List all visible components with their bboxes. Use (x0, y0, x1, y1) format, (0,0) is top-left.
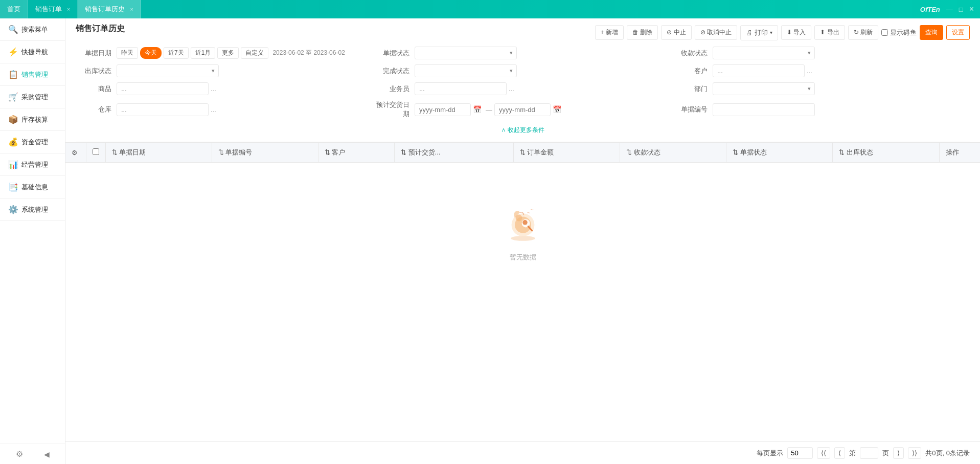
completion-status-select[interactable] (415, 64, 517, 77)
query-btn[interactable]: 查询 (920, 25, 943, 40)
page-number-input[interactable]: 1 (860, 447, 878, 459)
date-today-btn[interactable]: 今天 (140, 47, 162, 59)
select-all-checkbox[interactable] (93, 148, 99, 155)
display-cols-toggle[interactable]: 显示碍鱼 (881, 28, 917, 37)
tab-sales-order[interactable]: 销售订单 × (28, 0, 78, 18)
table-header-row: ⚙ ⇅ 单据日期 ⇅ 单据编号 ⇅ 客户 (65, 143, 980, 163)
sidebar-bottom: ⚙ ◀ (0, 444, 65, 464)
calendar-to-icon[interactable]: 📅 (551, 105, 563, 114)
date-separator: — (484, 106, 494, 114)
th-payment-status: ⇅ 收款状态 (620, 143, 726, 163)
refresh-btn[interactable]: ↻ 刷新 (848, 25, 878, 40)
sidebar-item-purchase-mgmt[interactable]: 🛒 采购管理 (0, 86, 65, 108)
delete-btn[interactable]: 🗑 删除 (627, 25, 658, 40)
settings-btn[interactable]: 设置 (946, 25, 970, 40)
th-order-no-label: ⇅ 单据编号 (218, 148, 253, 156)
import-btn[interactable]: ⬇ 导入 (781, 25, 811, 40)
filter-dept-col: 部门 (672, 82, 970, 95)
filter-salesperson-col: 业务员 ... (374, 82, 672, 95)
customer-input[interactable] (713, 64, 805, 77)
date-range-display: 2023-06-02 至 2023-06-02 (272, 49, 345, 57)
filter-order-number-col: 单据编号 (672, 103, 970, 116)
order-status-select[interactable] (415, 47, 517, 59)
sidebar-item-sales-mgmt-label: 销售管理 (21, 70, 48, 79)
empty-icon: ~ ~ (503, 204, 543, 245)
export-btn[interactable]: ⬆ 导出 (814, 25, 845, 40)
svg-point-4 (522, 220, 528, 225)
tab-sales-order-history[interactable]: 销售订单历史 × (78, 0, 141, 18)
filter-payment-status-col: 收款状态 (672, 47, 970, 59)
display-cols-checkbox[interactable] (881, 29, 888, 36)
order-number-input[interactable] (713, 103, 815, 116)
warehouse-dots[interactable]: ... (209, 106, 218, 114)
filter-warehouse-col: 仓库 ... (76, 103, 374, 116)
sidebar-item-quick-nav-label: 快捷导航 (21, 48, 48, 57)
collapse-btn[interactable]: ∧ 收起更多条件 (76, 124, 970, 137)
calendar-from-icon[interactable]: 📅 (471, 105, 484, 114)
warehouse-input[interactable] (117, 103, 209, 116)
sidebar-item-ops-mgmt[interactable]: 📊 经营管理 (0, 153, 65, 176)
ops-mgmt-icon: 📊 (8, 160, 17, 169)
customer-dots[interactable]: ... (805, 67, 814, 75)
sidebar-settings-icon[interactable]: ⚙ (16, 449, 23, 459)
date-yesterday-btn[interactable]: 昨天 (117, 47, 138, 59)
tab-home[interactable]: 首页 (0, 0, 28, 18)
tab-sales-order-close[interactable]: × (67, 6, 70, 12)
print-dropdown-icon: ▾ (770, 30, 772, 35)
date-last7-btn[interactable]: 近7天 (164, 47, 189, 59)
outbound-status-select[interactable] (117, 64, 219, 77)
prev-page-btn[interactable]: ⟨ (834, 447, 845, 459)
date-more-btn[interactable]: 更多 (217, 47, 239, 59)
window-minimize-btn[interactable]: — (946, 6, 953, 13)
next-page-btn[interactable]: ⟩ (893, 447, 904, 459)
filter-expected-date-col: 预计交货日期 📅 — 📅 (374, 100, 672, 119)
salesperson-dots[interactable]: ... (507, 85, 516, 93)
filter-date-col: 单据日期 昨天 今天 近7天 近1月 更多 自定义 2023-06-02 至 2… (76, 47, 374, 59)
svg-text:~: ~ (527, 210, 530, 216)
window-close-btn[interactable]: × (969, 5, 974, 14)
new-btn[interactable]: + 新增 (595, 25, 624, 40)
purchase-mgmt-icon: 🛒 (8, 92, 17, 102)
sidebar-collapse-icon[interactable]: ◀ (44, 450, 50, 458)
payment-status-select[interactable] (713, 47, 815, 59)
sidebar-item-search-menu-label: 搜索菜单 (21, 25, 48, 34)
total-records-text: 共0页, 0条记录 (925, 449, 970, 458)
sidebar-item-inventory-check[interactable]: 📦 库存核算 (0, 108, 65, 131)
per-page-select[interactable]: 10 20 50 100 (787, 447, 813, 459)
settings-icon[interactable]: ⚙ (72, 149, 78, 157)
th-checkbox[interactable] (86, 143, 105, 163)
sidebar-item-search-menu[interactable]: 🔍 搜索菜单 (0, 18, 65, 41)
sidebar-item-sales-mgmt[interactable]: 📋 销售管理 (0, 63, 65, 86)
completion-status-select-wrapper (415, 64, 517, 77)
stop-btn[interactable]: ⊘ 中止 (661, 25, 691, 40)
th-settings[interactable]: ⚙ (65, 143, 86, 163)
sidebar-item-ops-mgmt-label: 经营管理 (21, 160, 48, 169)
date-custom-btn[interactable]: 自定义 (241, 47, 268, 59)
expected-date-to[interactable] (494, 103, 551, 116)
top-bar-actions: OfTEn — □ × (914, 0, 980, 18)
print-btn[interactable]: 🖨 打印 ▾ (740, 25, 778, 40)
dept-select[interactable] (713, 82, 815, 95)
window-maximize-btn[interactable]: □ (959, 6, 963, 13)
th-customer-label: ⇅ 客户 (325, 148, 346, 156)
sidebar-item-basic-info[interactable]: 📑 基础信息 (0, 176, 65, 198)
last-page-btn[interactable]: ⟩⟩ (908, 447, 921, 459)
payment-status-select-wrapper (713, 47, 815, 59)
tab-sales-order-history-close[interactable]: × (130, 6, 133, 12)
date-last-month-btn[interactable]: 近1月 (191, 47, 216, 59)
completion-status-label: 完成状态 (374, 67, 415, 76)
sidebar-item-fund-mgmt-label: 资金管理 (21, 138, 48, 147)
expected-date-label: 预计交货日期 (374, 100, 415, 119)
goods-dots[interactable]: ... (209, 85, 218, 93)
expected-date-from[interactable] (415, 103, 471, 116)
sidebar: 🔍 搜索菜单 ⚡ 快捷导航 📋 销售管理 🛒 采购管理 📦 库存核算 💰 资金管… (0, 18, 65, 464)
salesperson-input[interactable] (415, 82, 507, 95)
cancel-stop-btn[interactable]: ⊘ 取消中止 (695, 25, 737, 40)
filter-area: 单据日期 昨天 今天 近7天 近1月 更多 自定义 2023-06-02 至 2… (76, 47, 970, 142)
sidebar-item-fund-mgmt[interactable]: 💰 资金管理 (0, 131, 65, 153)
sidebar-item-system-mgmt[interactable]: ⚙️ 系统管理 (0, 198, 65, 221)
first-page-btn[interactable]: ⟨⟨ (817, 447, 830, 459)
sidebar-item-quick-nav[interactable]: ⚡ 快捷导航 (0, 41, 65, 63)
empty-state: ~ ~ 暂无数据 (65, 163, 980, 303)
goods-input[interactable] (117, 82, 209, 95)
